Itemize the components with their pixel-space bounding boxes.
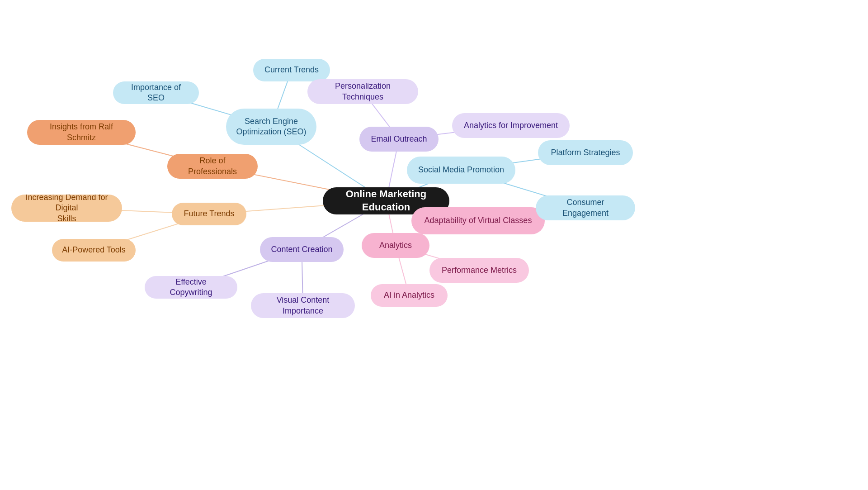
- node-ai-analytics: AI in Analytics: [371, 284, 448, 307]
- node-personalization: Personalization Techniques: [307, 79, 418, 104]
- node-increasing-demand: Increasing Demand for DigitalSkills: [11, 195, 122, 222]
- node-analytics: Analytics: [362, 233, 429, 258]
- node-adaptability: Adaptability of Virtual Classes: [411, 207, 545, 234]
- node-insights-ralf: Insights from Ralf Schmitz: [27, 120, 136, 145]
- node-consumer-engagement: Consumer Engagement: [536, 195, 635, 220]
- node-seo: Search EngineOptimization (SEO): [226, 109, 316, 145]
- node-analytics-improvement: Analytics for Improvement: [452, 113, 570, 138]
- node-content-creation: Content Creation: [260, 237, 344, 262]
- node-performance-metrics: Performance Metrics: [429, 258, 529, 283]
- node-ai-powered: AI-Powered Tools: [52, 239, 136, 262]
- node-platform-strategies: Platform Strategies: [538, 140, 633, 165]
- node-role-professionals: Role of Professionals: [167, 154, 258, 179]
- node-email-outreach: Email Outreach: [359, 127, 439, 152]
- node-current-trends: Current Trends: [253, 59, 330, 81]
- node-future-trends: Future Trends: [172, 203, 246, 225]
- node-visual-content: Visual Content Importance: [251, 293, 355, 318]
- node-social-media: Social Media Promotion: [407, 157, 515, 184]
- node-effective-copywriting: Effective Copywriting: [145, 276, 237, 299]
- node-importance-seo: Importance of SEO: [113, 81, 199, 104]
